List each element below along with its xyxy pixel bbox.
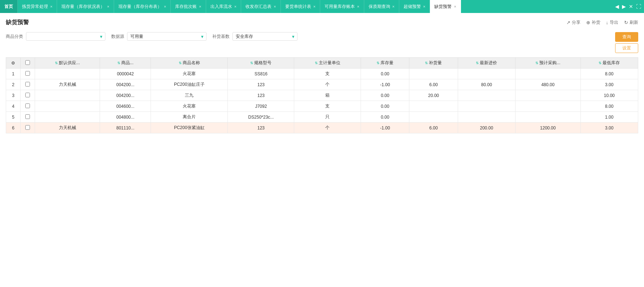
tab-inventory-dist-close[interactable]: ×	[164, 4, 166, 9]
row-min-stock: 8.00	[580, 101, 638, 112]
row-spec: SS816	[228, 69, 294, 79]
row-stock: 0.00	[361, 69, 409, 79]
code-column-header[interactable]: ⇅ 商品...	[100, 58, 151, 69]
share-button[interactable]: ↗ 分享	[566, 19, 580, 26]
row-supplier	[35, 69, 100, 79]
replenish-button[interactable]: ⊕ 补货	[586, 19, 600, 26]
replenish-column-header[interactable]: ⇅ 补货量	[409, 58, 458, 69]
check-all-header[interactable]	[21, 58, 35, 69]
row-name: PC200油缸庄子	[151, 79, 228, 90]
gear-column-header[interactable]: ⚙	[6, 58, 21, 69]
tab-prev-button[interactable]: ◀	[614, 0, 621, 13]
gear-icon: ⚙	[11, 61, 15, 66]
row-check[interactable]	[21, 123, 35, 133]
row-replenish	[409, 69, 458, 79]
tab-bar: 首页 拣货异常处理 × 现存量（库存状况表） × 现存量（库存分布表） × 库存…	[0, 0, 644, 13]
replenish-label: 补货	[592, 19, 600, 26]
tab-available-ledger[interactable]: 可用量库存账本 ×	[320, 0, 364, 13]
row-checkbox[interactable]	[25, 103, 30, 108]
min-stock-column-header[interactable]: ⇅ 最低库存	[580, 58, 638, 69]
tab-overstock-warning[interactable]: 超储预警 ×	[399, 0, 430, 13]
unit-column-header[interactable]: ⇅ 主计量单位	[294, 58, 361, 69]
query-button[interactable]: 查询	[615, 32, 638, 42]
tab-inventory-dist[interactable]: 现存量（库存分布表） ×	[114, 0, 171, 13]
replenish-base-label: 补货基数	[212, 34, 230, 40]
check-all-checkbox[interactable]	[25, 60, 30, 65]
sort-latest-price-icon: ⇅	[476, 61, 479, 65]
row-check[interactable]	[21, 69, 35, 79]
tab-close-all-button[interactable]: ✕	[627, 0, 635, 13]
tab-expiry-query-close[interactable]: ×	[392, 4, 395, 9]
tab-flow[interactable]: 出入库流水 ×	[206, 0, 241, 13]
sort-supplier-icon: ⇅	[55, 61, 58, 65]
tab-requisition-stat-close[interactable]: ×	[313, 4, 316, 9]
tab-shortage-warning-close[interactable]: ×	[454, 4, 456, 9]
row-check[interactable]	[21, 101, 35, 112]
tab-exception[interactable]: 拣货异常处理 ×	[18, 0, 57, 13]
row-check[interactable]	[21, 112, 35, 123]
name-column-header[interactable]: ⇅ 商品名称	[151, 58, 228, 69]
sort-code-icon: ⇅	[117, 61, 120, 65]
tab-available-ledger-close[interactable]: ×	[357, 4, 359, 9]
row-code: 004200...	[100, 90, 151, 101]
tab-requisition-stat[interactable]: 要货单统计表 ×	[281, 0, 320, 13]
row-check[interactable]	[21, 79, 35, 90]
replenish-icon: ⊕	[586, 20, 590, 25]
row-supplier	[35, 90, 100, 101]
tab-flow-close[interactable]: ×	[234, 4, 236, 9]
refresh-icon: ↻	[624, 20, 628, 25]
tab-receive-summary[interactable]: 收发存汇总表 ×	[241, 0, 280, 13]
tab-shortage-warning[interactable]: 缺货预警 ×	[430, 0, 461, 13]
sort-min-stock-icon: ⇅	[599, 61, 601, 65]
category-select-wrapper	[26, 32, 105, 41]
replenish-base-select[interactable]: 安全库存	[232, 32, 297, 41]
supplier-column-header[interactable]: ⇅ 默认供应...	[35, 58, 100, 69]
row-checkbox[interactable]	[25, 71, 30, 76]
row-checkbox[interactable]	[25, 125, 30, 130]
category-select[interactable]	[26, 32, 105, 41]
row-forecast-purchase	[515, 69, 580, 79]
refresh-button[interactable]: ↻ 刷新	[624, 19, 638, 26]
row-check[interactable]	[21, 90, 35, 101]
tab-receive-summary-close[interactable]: ×	[274, 4, 276, 9]
table-row: 5004800...离合片DS250*23c...只0.001.00	[6, 112, 638, 123]
tab-exception-close[interactable]: ×	[50, 4, 52, 9]
tab-home[interactable]: 首页	[0, 0, 18, 13]
tab-available-ledger-label: 可用量库存账本	[325, 4, 355, 10]
row-replenish: 6.00	[409, 79, 458, 90]
share-label: 分享	[572, 19, 580, 26]
tab-inventory-status[interactable]: 现存量（库存状况表） ×	[57, 0, 114, 13]
replenish-col-label: 补货量	[429, 60, 442, 66]
row-min-stock: 3.00	[580, 123, 638, 133]
row-checkbox[interactable]	[25, 93, 30, 97]
forecast-column-header[interactable]: ⇅ 预计采购...	[515, 58, 580, 69]
row-latest-price	[458, 101, 515, 112]
spec-column-header[interactable]: ⇅ 规格型号	[228, 58, 294, 69]
row-checkbox[interactable]	[25, 114, 30, 119]
tab-inventory-status-close[interactable]: ×	[107, 4, 109, 9]
tab-fullscreen-button[interactable]: ⛶	[635, 0, 643, 13]
tab-shortage-warning-label: 缺货预警	[434, 4, 452, 10]
unit-col-label: 主计量单位	[319, 60, 340, 66]
row-checkbox[interactable]	[25, 82, 30, 87]
latest-price-column-header[interactable]: ⇅ 最新进价	[458, 58, 515, 69]
settings-button[interactable]: 设置	[615, 43, 638, 53]
row-stock: 0.00	[361, 101, 409, 112]
row-unit: 个	[294, 123, 361, 133]
stock-column-header[interactable]: ⇅ 库存量	[361, 58, 409, 69]
row-name: 离合片	[151, 112, 228, 123]
export-button[interactable]: ↓ 导出	[606, 19, 619, 26]
datasource-select[interactable]: 可用量	[127, 32, 206, 41]
row-code: 0000042	[100, 69, 151, 79]
tab-batch-account-close[interactable]: ×	[199, 4, 201, 9]
tab-expiry-query[interactable]: 保质期查询 ×	[364, 0, 399, 13]
tab-next-button[interactable]: ▶	[621, 0, 627, 13]
row-num: 3	[6, 90, 21, 101]
tab-home-label: 首页	[4, 4, 13, 10]
tab-overstock-warning-close[interactable]: ×	[423, 4, 425, 9]
row-forecast-purchase: 480.00	[515, 79, 580, 90]
refresh-label: 刷新	[630, 19, 638, 26]
row-num: 6	[6, 123, 21, 133]
tab-batch-account[interactable]: 库存批次账 ×	[171, 0, 206, 13]
row-spec: DS250*23c...	[228, 112, 294, 123]
